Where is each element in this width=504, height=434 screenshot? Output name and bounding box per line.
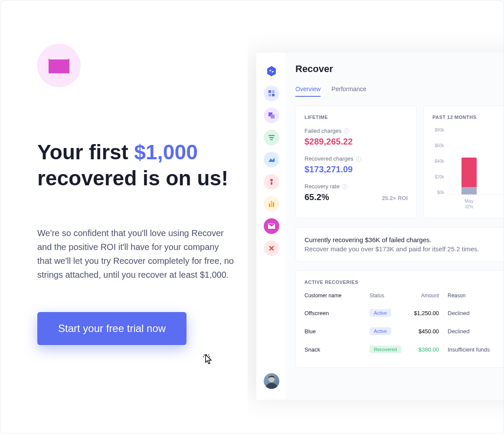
svg-rect-0 xyxy=(268,90,271,93)
failed-charges-value: $289,265.22 xyxy=(304,137,408,147)
cell-name: Offscreen xyxy=(304,310,370,316)
cell-amount: $1,250.00 xyxy=(411,310,448,316)
sidebar-dashboard-icon[interactable] xyxy=(264,85,279,101)
failed-charges-label: Failed charges i xyxy=(304,128,408,134)
start-trial-button[interactable]: Start your free trial now xyxy=(37,312,187,345)
svg-rect-10 xyxy=(271,182,272,185)
chart-y-axis: $80k $60k $40k $20k $0k xyxy=(432,128,448,195)
svg-rect-2 xyxy=(268,94,271,96)
lifetime-label: LIFETIME xyxy=(304,115,408,120)
bar-label-may: May 32% xyxy=(461,198,477,209)
header-amount[interactable]: Amount xyxy=(411,293,448,299)
dashboard-preview: Recover Overview Performance LIFETIME Fa… xyxy=(256,53,504,400)
cell-amount: $450.00 xyxy=(411,328,448,335)
recovered-charges-label: Recovered charges i xyxy=(304,155,408,162)
headline-post: recovered is on us! xyxy=(37,167,228,190)
dashboard-sidebar xyxy=(256,53,287,400)
table-row[interactable]: BlueActive$450.00Declined xyxy=(304,322,504,340)
svg-point-9 xyxy=(270,179,273,181)
cell-reason: Declined xyxy=(448,310,504,316)
cell-name: Snack xyxy=(304,346,370,353)
info-icon[interactable]: i xyxy=(356,156,361,161)
summary-box: Currently recovering $36K of failed char… xyxy=(295,227,504,262)
headline-accent: $1,000 xyxy=(134,141,198,164)
sidebar-mail-icon[interactable] xyxy=(264,218,279,234)
tabs: Overview Performance xyxy=(295,85,504,97)
page-title: Recover xyxy=(295,63,504,75)
cell-status: Recovered xyxy=(370,345,411,353)
header-name[interactable]: Customer name xyxy=(304,293,370,299)
lifetime-card: LIFETIME Failed charges i $289,265.22 Re… xyxy=(295,105,417,218)
chart-bars xyxy=(448,128,504,195)
bar-may xyxy=(461,158,477,194)
recoveries-box: ACTIVE RECOVERIES Customer name Status A… xyxy=(295,270,504,368)
cell-amount: $380.00 xyxy=(411,346,448,353)
recoveries-label: ACTIVE RECOVERIES xyxy=(304,279,504,285)
svg-point-15 xyxy=(266,383,277,389)
hero-headline: Your first $1,000 recovered is on us! xyxy=(37,139,248,191)
recovery-rate-label: Recovery rate i xyxy=(304,183,408,190)
sidebar-user-icon[interactable] xyxy=(264,174,279,190)
cell-status: Active xyxy=(370,309,411,317)
svg-rect-6 xyxy=(268,135,275,136)
cell-reason: Insufficient funds xyxy=(448,346,504,353)
info-icon[interactable]: i xyxy=(342,184,347,189)
user-avatar[interactable] xyxy=(264,373,279,389)
logo-icon[interactable] xyxy=(264,63,279,79)
cell-status: Active xyxy=(370,327,411,335)
roi-badge: 25.2× ROI xyxy=(382,195,408,201)
svg-rect-5 xyxy=(271,115,275,118)
svg-rect-7 xyxy=(269,137,274,138)
summary-line2: Recover made you over $173K and paid for… xyxy=(304,245,504,253)
header-status[interactable]: Status xyxy=(370,293,411,299)
mail-icon xyxy=(49,58,69,73)
cursor-icon xyxy=(202,354,214,370)
recovered-charges-value: $173,271.09 xyxy=(304,164,408,174)
chart-card: PAST 12 MONTHS $80k $60k $40k $20k $0k xyxy=(423,105,504,218)
sidebar-close-icon[interactable] xyxy=(264,240,279,256)
sidebar-layers-icon[interactable] xyxy=(264,108,279,123)
svg-rect-12 xyxy=(271,201,272,207)
sidebar-bars-icon[interactable] xyxy=(264,196,279,212)
svg-rect-3 xyxy=(272,94,275,96)
sidebar-chart-icon[interactable] xyxy=(264,152,279,168)
info-icon[interactable]: i xyxy=(344,128,349,134)
table-header: Customer name Status Amount Reason ▾ xyxy=(304,293,504,304)
svg-rect-11 xyxy=(269,204,270,207)
summary-line1: Currently recovering $36K of failed char… xyxy=(304,236,504,243)
table-row[interactable]: SnackRecovered$380.00Insufficient funds xyxy=(304,340,504,358)
svg-rect-8 xyxy=(270,139,273,140)
headline-pre: Your first xyxy=(37,141,134,164)
hero-icon-circle xyxy=(37,44,81,87)
svg-rect-13 xyxy=(273,202,274,207)
table-row[interactable]: OffscreenActive$1,250.00Declined xyxy=(304,304,504,322)
chart-label: PAST 12 MONTHS xyxy=(432,115,504,120)
tab-overview[interactable]: Overview xyxy=(295,85,321,97)
tab-performance[interactable]: Performance xyxy=(331,85,366,97)
recovery-rate-value: 65.2% xyxy=(304,192,329,202)
header-reason[interactable]: Reason ▾ xyxy=(448,293,504,299)
cell-name: Blue xyxy=(304,328,370,335)
cell-reason: Declined xyxy=(448,328,504,335)
svg-rect-1 xyxy=(272,90,275,93)
sidebar-list-icon[interactable] xyxy=(264,130,279,145)
hero-description: We're so confident that you'll love usin… xyxy=(37,226,235,282)
